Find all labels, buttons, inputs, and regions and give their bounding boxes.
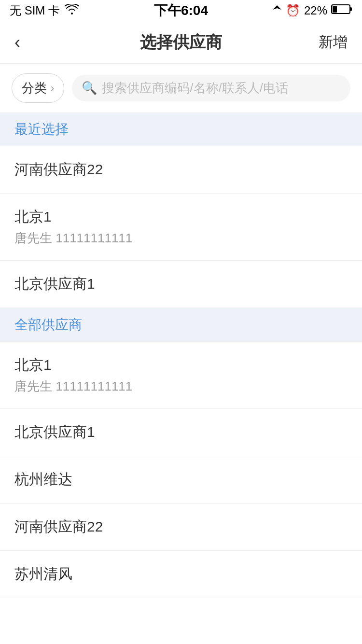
battery-icon xyxy=(331,4,352,17)
back-button[interactable]: ‹ xyxy=(14,32,43,53)
recent-item-sub-1: 唐先生 11111111111 xyxy=(14,230,348,247)
recent-section-label: 最近选择 xyxy=(14,122,69,137)
category-button[interactable]: 分类 › xyxy=(12,73,64,103)
recent-item-name-2: 北京供应商1 xyxy=(14,274,348,294)
recent-items-list: 河南供应商22 北京1 唐先生 11111111111 北京供应商1 xyxy=(0,146,362,308)
search-bar: 分类 › 🔍 xyxy=(0,64,362,112)
location-icon xyxy=(272,4,282,17)
chevron-right-icon: › xyxy=(51,82,54,95)
recent-item-name-0: 河南供应商22 xyxy=(14,160,348,180)
all-item-name-3: 河南供应商22 xyxy=(14,517,348,537)
status-bar: 无 SIM 卡 下午6:04 ⏰ 22% xyxy=(0,0,362,21)
recent-item-0[interactable]: 河南供应商22 xyxy=(0,146,362,194)
all-section-label: 全部供应商 xyxy=(14,317,82,332)
add-button[interactable]: 新增 xyxy=(319,32,348,52)
status-right: ⏰ 22% xyxy=(272,4,352,17)
all-section-header: 全部供应商 xyxy=(0,308,362,342)
search-input[interactable] xyxy=(102,81,341,96)
wifi-icon xyxy=(65,4,79,17)
all-items-list: 北京1 唐先生 11111111111 北京供应商1 杭州维达 河南供应商22 … xyxy=(0,342,362,598)
alarm-icon: ⏰ xyxy=(286,4,300,17)
category-label: 分类 xyxy=(22,80,47,97)
all-item-name-2: 杭州维达 xyxy=(14,470,348,490)
all-item-4[interactable]: 苏州清风 xyxy=(0,551,362,598)
all-item-2[interactable]: 杭州维达 xyxy=(0,456,362,504)
svg-rect-1 xyxy=(350,7,352,11)
recent-item-2[interactable]: 北京供应商1 xyxy=(0,261,362,308)
carrier-label: 无 SIM 卡 xyxy=(10,3,60,18)
status-time: 下午6:04 xyxy=(154,1,208,20)
search-icon: 🔍 xyxy=(82,81,97,96)
recent-item-1[interactable]: 北京1 唐先生 11111111111 xyxy=(0,194,362,261)
all-item-sub-0: 唐先生 11111111111 xyxy=(14,378,348,395)
nav-bar: ‹ 选择供应商 新增 xyxy=(0,21,362,64)
all-item-name-0: 北京1 xyxy=(14,355,348,375)
recent-item-name-1: 北京1 xyxy=(14,207,348,227)
all-item-3[interactable]: 河南供应商22 xyxy=(0,504,362,551)
all-item-name-1: 北京供应商1 xyxy=(14,422,348,442)
all-item-0[interactable]: 北京1 唐先生 11111111111 xyxy=(0,342,362,409)
all-item-name-4: 苏州清风 xyxy=(14,564,348,584)
recent-section-header: 最近选择 xyxy=(0,112,362,146)
svg-rect-2 xyxy=(333,6,337,13)
page-title: 选择供应商 xyxy=(140,31,222,54)
battery-percent: 22% xyxy=(304,4,327,17)
all-item-1[interactable]: 北京供应商1 xyxy=(0,409,362,456)
status-left: 无 SIM 卡 xyxy=(10,3,79,18)
search-input-wrap: 🔍 xyxy=(72,75,350,101)
